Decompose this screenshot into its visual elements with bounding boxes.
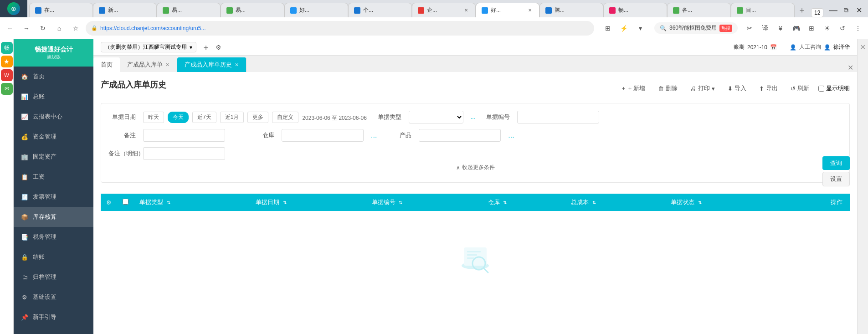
browser-tab-8[interactable]: 好... ✕ xyxy=(476,3,539,17)
add-button[interactable]: ＋ + 新增 xyxy=(617,82,649,94)
tab1-close-icon[interactable]: ✕ xyxy=(165,62,169,68)
date-btn-7days[interactable]: 近7天 xyxy=(192,112,216,123)
tab-12-icon xyxy=(737,7,743,14)
th-type[interactable]: 单据类型 ⇅ xyxy=(134,194,250,211)
user-service-label[interactable]: 人工咨询 xyxy=(799,43,821,51)
nav-item-guide[interactable]: 📌 新手引导 xyxy=(14,307,93,327)
nav-item-home[interactable]: 🏠 首页 xyxy=(14,67,93,87)
calendar-icon[interactable]: 📅 xyxy=(770,44,777,51)
note-filter-input[interactable] xyxy=(143,129,225,142)
right-close-icon[interactable]: ✕ xyxy=(860,43,866,51)
th-cost[interactable]: 总成本 ⇅ xyxy=(565,194,665,211)
th-warehouse[interactable]: 仓库 ⇅ xyxy=(483,194,566,211)
nav-item-ledger[interactable]: 📊 总账 xyxy=(14,87,93,107)
more-icon[interactable]: ⋮ xyxy=(852,22,864,35)
browser-tab-12[interactable]: 目... xyxy=(731,3,795,17)
collapse-button[interactable]: ∧ 收起更多条件 xyxy=(108,160,842,175)
right-panel-close[interactable]: ✕ xyxy=(857,39,868,334)
bookmark-button[interactable]: ☆ xyxy=(69,22,82,35)
lightning-icon[interactable]: ⚡ xyxy=(618,22,631,35)
browser-tab-1[interactable]: 在... xyxy=(29,3,93,17)
import-button[interactable]: ⬇ 导入 xyxy=(724,82,750,94)
app-icon-mail[interactable]: ✉ xyxy=(1,83,13,95)
browser-tab-11[interactable]: 各... xyxy=(667,3,731,17)
nav-item-invoice[interactable]: 🧾 发票管理 xyxy=(14,187,93,207)
delete-button[interactable]: 🗑 删除 xyxy=(654,82,681,94)
query-button[interactable]: 查询 xyxy=(822,156,850,170)
product-filter-input[interactable] xyxy=(419,129,501,142)
browser-tab-6[interactable]: 个... xyxy=(348,3,412,17)
nav-item-salary[interactable]: 📋 工资 xyxy=(14,167,93,187)
browser-tab-7[interactable]: 企... ✕ xyxy=(412,3,476,17)
reset-button[interactable]: 设置 xyxy=(822,172,850,186)
browser-tab-3[interactable]: 易... xyxy=(157,3,221,17)
company-selector[interactable]: （勿删勿禁用）江西腿宝测试专用 ▾ xyxy=(101,42,196,52)
yuan-icon[interactable]: ¥ xyxy=(774,22,787,35)
export-button[interactable]: ⬆ 导出 xyxy=(755,82,781,94)
th-settings[interactable]: ⚙ xyxy=(101,194,117,211)
company-settings-icon[interactable]: ⚙ xyxy=(216,44,221,51)
th-checkbox[interactable] xyxy=(117,194,134,211)
grid-icon[interactable]: ⊞ xyxy=(601,22,614,35)
nav-item-archive[interactable]: 🗂 归档管理 xyxy=(14,267,93,287)
new-tab-button[interactable]: ＋ xyxy=(795,3,809,17)
undo-icon[interactable]: ↺ xyxy=(836,22,849,35)
browser-tab-9[interactable]: 腾... xyxy=(539,3,603,17)
print-button[interactable]: 🖨 打印 ▾ xyxy=(687,82,719,94)
app-icon-star[interactable]: ★ xyxy=(1,56,13,67)
tab-8-close-icon[interactable]: ✕ xyxy=(526,7,534,14)
close-button[interactable]: ✕ xyxy=(853,5,864,15)
th-warehouse-label: 仓库 xyxy=(488,199,500,206)
page-tab-home[interactable]: 首页 xyxy=(93,57,120,72)
date-btn-today[interactable]: 今天 xyxy=(168,112,189,123)
nav-item-reports[interactable]: 📈 云报表中心 xyxy=(14,107,93,127)
note-detail-filter-input[interactable] xyxy=(143,147,225,160)
app-icon-chanjet[interactable]: 畅 xyxy=(1,42,13,54)
restore-button[interactable]: ⧉ xyxy=(841,5,852,15)
nav-item-tax[interactable]: 📑 税务管理 xyxy=(14,227,93,247)
warehouse-filter-input[interactable] xyxy=(282,129,364,142)
game-icon[interactable]: 🎮 xyxy=(790,22,802,35)
back-button[interactable]: ← xyxy=(4,22,16,35)
type-filter-select[interactable] xyxy=(409,111,463,123)
app-icon-wb[interactable]: W xyxy=(1,69,13,81)
browser-tab-4[interactable]: 易... xyxy=(221,3,284,17)
th-number[interactable]: 单据编号 ⇅ xyxy=(366,194,483,211)
apps-icon[interactable]: ⊞ xyxy=(805,22,818,35)
show-detail-checkbox[interactable] xyxy=(818,86,824,92)
scissors-icon[interactable]: ✂ xyxy=(743,22,756,35)
funds-icon: 💰 xyxy=(21,134,28,140)
browser-tab-5[interactable]: 好... xyxy=(284,3,348,17)
select-all-checkbox[interactable] xyxy=(123,199,128,205)
sun-icon[interactable]: ☀ xyxy=(821,22,833,35)
page-tab-2[interactable]: 产成品入库单历史 ✕ xyxy=(177,57,247,72)
translate-icon[interactable]: 译 xyxy=(759,22,771,35)
chevron-down-icon[interactable]: ▾ xyxy=(634,22,647,35)
nav-item-inventory[interactable]: 📦 库存核算 xyxy=(14,207,93,227)
th-date[interactable]: 单据日期 ⇅ xyxy=(250,194,366,211)
th-status[interactable]: 单据状态 ⇅ xyxy=(665,194,781,211)
nav-item-close[interactable]: 🔒 结账 xyxy=(14,247,93,267)
browser-tab-10[interactable]: 畅... xyxy=(603,3,667,17)
forward-button[interactable]: → xyxy=(20,22,33,35)
date-btn-custom[interactable]: 自定义 xyxy=(272,112,298,123)
nav-item-assets[interactable]: 🏢 固定资产 xyxy=(14,147,93,167)
tab-7-close-icon[interactable]: ✕ xyxy=(462,7,470,14)
date-btn-yesterday[interactable]: 昨天 xyxy=(143,112,164,123)
page-tab-1[interactable]: 产成品入库单 ✕ xyxy=(120,57,177,72)
panel-close-icon[interactable]: ✕ xyxy=(847,63,853,72)
refresh-button[interactable]: ↺ 刷新 xyxy=(787,82,813,94)
date-btn-1month[interactable]: 近1月 xyxy=(220,112,244,123)
refresh-nav-button[interactable]: ↻ xyxy=(36,22,49,35)
browser-tab-2[interactable]: 新... xyxy=(93,3,157,17)
minimize-button[interactable]: — xyxy=(828,5,839,15)
nav-item-funds[interactable]: 💰 资金管理 xyxy=(14,127,93,147)
date-btn-more[interactable]: 更多 xyxy=(247,112,268,123)
url-bar[interactable]: 🔒 https://cloud.chanjet.com/accounting/u… xyxy=(86,21,594,36)
add-company-button[interactable]: ＋ xyxy=(202,42,210,53)
search-box[interactable]: 🔍 360智能抠图免费用 热搜 xyxy=(654,22,738,34)
home-nav-button[interactable]: ⌂ xyxy=(53,22,66,35)
number-filter-input[interactable] xyxy=(517,111,599,123)
tab2-close-icon[interactable]: ✕ xyxy=(235,62,239,68)
nav-item-settings[interactable]: ⚙ 基础设置 xyxy=(14,287,93,307)
